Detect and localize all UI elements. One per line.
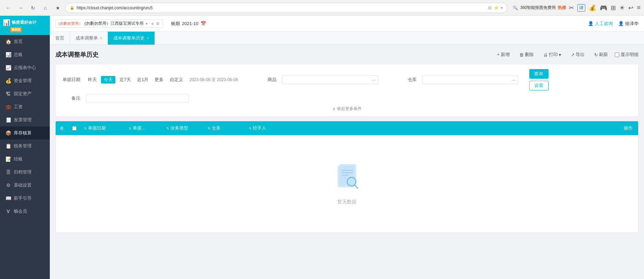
period-info: 账期 2021-10 📅 (171, 21, 206, 27)
tab-cost-adjustment-history[interactable]: 成本调整单历史 × (108, 32, 155, 45)
settings-filter-button[interactable]: 设置 (529, 81, 549, 90)
browser-tools-icon: ⊞ (488, 5, 492, 10)
undo-icon: ↩ (628, 4, 633, 12)
lock-icon: 🔒 (70, 5, 75, 10)
date-option-more[interactable]: 更多 (152, 76, 166, 83)
settings-icon: ⚙ (5, 182, 11, 188)
tab-home[interactable]: 首页 (50, 32, 70, 45)
sidebar-item-vip[interactable]: V 畅会员 (0, 205, 50, 218)
home-button[interactable]: ⌂ (41, 3, 50, 13)
content-area: 成本调整单历史 + 新增 🗑 删除 🖨 打印 ▾ ↗ 导出 (50, 45, 644, 279)
date-option-7days[interactable]: 近7天 (117, 76, 133, 83)
fixed-assets-icon: 🏗 (5, 91, 11, 97)
back-button[interactable]: ← (3, 3, 13, 13)
sidebar-item-settings[interactable]: ⚙ 基础设置 (0, 179, 50, 192)
query-button[interactable]: 查询 (529, 69, 549, 79)
company-dropdown-icon: ▾ (146, 21, 148, 26)
sidebar-item-funds[interactable]: 💰 资金管理 (0, 74, 50, 87)
th-date[interactable]: ⇅ 单据日期 (80, 125, 125, 131)
refresh-icon: ↻ (594, 52, 598, 57)
collapse-label: 收起更多条件 (337, 106, 362, 112)
address-bar[interactable]: 🔒 https://cloud.chanjet.com/accounting/u… (65, 3, 507, 13)
add-company-icon[interactable]: + (151, 21, 154, 26)
export-icon: ↗ (571, 52, 575, 57)
sidebar-item-archive[interactable]: 🗄 归档管理 (0, 166, 50, 179)
forward-button[interactable]: → (16, 3, 25, 13)
th-no-label: 单据... (133, 125, 145, 131)
sidebar-item-closing[interactable]: 📝 结账 (0, 153, 50, 166)
show-details-checkbox[interactable]: 显示明细 (615, 52, 639, 58)
th-no[interactable]: ⇅ 单据... (125, 125, 163, 131)
goods-select-wrapper[interactable]: ··· (282, 76, 378, 84)
th-handler[interactable]: ⇅ 经手人 (245, 125, 290, 131)
sidebar-item-tax[interactable]: 📋 税务管理 (0, 140, 50, 153)
delete-button[interactable]: 🗑 删除 (517, 50, 536, 59)
game-icon: 🎮 (600, 4, 607, 12)
th-actions-label: 操作 (624, 125, 633, 131)
notes-input[interactable] (86, 94, 189, 102)
show-details-label: 显示明细 (621, 52, 639, 58)
tab-bar: 首页 成本调整单 × 成本调整单历史 × (50, 32, 644, 45)
sidebar-item-payroll[interactable]: 💼 工资 (0, 100, 50, 113)
tab-cost-adjustment-close[interactable]: × (100, 36, 102, 40)
date-filter-label: 单据日期 (61, 77, 80, 83)
collapse-button[interactable]: ∧ 收起更多条件 (332, 106, 362, 112)
tax-icon: 📋 (5, 143, 11, 149)
sidebar-item-invoices[interactable]: 🧾 发票管理 (0, 113, 50, 126)
url-text: https://cloud.chanjet.com/accounting/uru… (77, 5, 152, 10)
th-warehouse[interactable]: ⇅ 仓库 (204, 125, 245, 131)
sidebar-item-ledger[interactable]: 📊 总账 (0, 48, 50, 61)
goods-input[interactable] (282, 76, 378, 84)
user-avatar-icon: 👤 (618, 21, 624, 26)
tab-cost-adjustment-history-close[interactable]: × (147, 36, 149, 40)
sidebar-item-fixed-assets[interactable]: 🏗 固定资产 (0, 87, 50, 100)
table-select-all[interactable] (68, 126, 80, 131)
calendar-icon[interactable]: 📅 (201, 21, 206, 26)
warehouse-select-wrapper[interactable]: ··· (422, 76, 518, 84)
dropdown-icon: ▾ (501, 5, 503, 10)
warning-label: (勿删勿禁用） (58, 21, 82, 26)
logo-icon: 📊 (3, 19, 10, 26)
show-details-input[interactable] (615, 53, 619, 57)
sidebar-item-home[interactable]: 🏠 首页 (0, 35, 50, 48)
table-settings-icon[interactable]: ⚙ (56, 126, 68, 131)
th-type[interactable]: ⇅ 业务类型 (163, 125, 204, 131)
page-actions: + 新增 🗑 删除 🖨 打印 ▾ ↗ 导出 ↻ (494, 50, 639, 59)
settings-small-icon[interactable]: ⚙ (156, 21, 160, 26)
export-label: 导出 (576, 52, 585, 58)
sidebar-item-guide[interactable]: 📖 新手引导 (0, 192, 50, 205)
logo-text: 畅捷通好会计 (12, 20, 36, 25)
date-option-custom[interactable]: 自定义 (168, 76, 185, 83)
service-button[interactable]: 👤 人工咨询 (588, 21, 613, 27)
refresh-button[interactable]: ↻ 刷新 (591, 50, 611, 59)
period-value: 2021-10 (182, 21, 199, 26)
print-button[interactable]: 🖨 打印 ▾ (541, 50, 564, 59)
print-label: 打印 (549, 52, 558, 58)
sidebar-vip-label: 畅会员 (14, 208, 27, 214)
tab-cost-adjustment[interactable]: 成本调整单 × (70, 32, 108, 45)
print-icon: 🖨 (543, 52, 548, 57)
refresh-browser-button[interactable]: ↻ (28, 3, 38, 13)
date-option-today[interactable]: 今天 (101, 76, 115, 83)
select-all-checkbox[interactable] (72, 126, 77, 131)
star-button[interactable]: ★ (53, 3, 63, 13)
menu-icon: ≡ (637, 4, 641, 11)
browser-search-area: 🔍 360智能抠图免费用 热搜 (513, 5, 566, 11)
headset-icon: 👤 (588, 21, 594, 26)
vip-icon: V (5, 209, 11, 214)
refresh-label: 刷新 (599, 52, 608, 58)
date-option-yesterday[interactable]: 昨天 (86, 76, 99, 83)
th-actions: 操作 (624, 125, 638, 131)
export-button[interactable]: ↗ 导出 (568, 50, 587, 59)
new-button[interactable]: + 新增 (494, 50, 512, 59)
empty-icon (331, 163, 362, 193)
date-range-text: 2023-06-06 至 2023-06-06 (189, 77, 238, 83)
tab-cost-adjustment-label: 成本调整单 (76, 35, 98, 41)
sidebar: 📊 畅捷通好会计 旗舰版 🏠 首页 📊 总账 📈 云报表中心 💰 资金管理 (0, 16, 50, 279)
sidebar-item-inventory[interactable]: 📦 库存核算 (0, 126, 50, 140)
user-info[interactable]: 👤 徐泽华 (618, 21, 639, 27)
warehouse-input[interactable] (422, 76, 518, 84)
company-selector[interactable]: (勿删勿禁用） (勿删勿禁用）江西版宝测试专用 ▾ + ⚙ (55, 19, 163, 28)
sidebar-item-reports[interactable]: 📈 云报表中心 (0, 61, 50, 74)
date-option-1month[interactable]: 近1月 (135, 76, 150, 83)
